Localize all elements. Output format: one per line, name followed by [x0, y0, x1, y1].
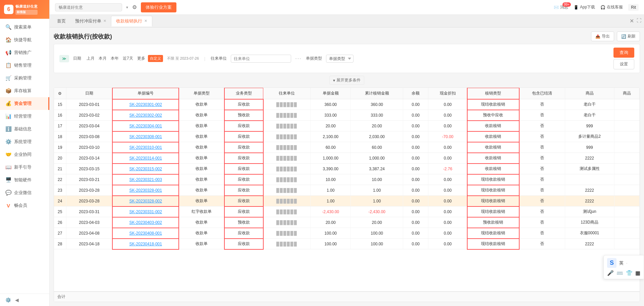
cell-voucher-no[interactable]: SK-20230418-001 — [112, 239, 179, 249]
last-7-days-button[interactable]: 近7天 — [121, 55, 135, 62]
topbar-chevron-icon[interactable]: ▾ — [126, 5, 128, 10]
collapse-icon[interactable]: ◀ — [15, 297, 19, 303]
th-product[interactable]: 商品 — [565, 88, 614, 99]
online-service-link[interactable]: 🎧 在线客服 — [600, 4, 623, 10]
table-header-row: ⚙ 日期 单据编号 单据类型 业务类型 往来单位 单据金额 累计核销金额 — [54, 88, 640, 99]
filter-settings-button[interactable]: 设置 — [613, 59, 634, 69]
tab-maximize-icon[interactable]: ⛶ — [637, 18, 641, 24]
cell-voucher-no[interactable]: SK-20230321-003 — [112, 174, 179, 185]
float-icons-row: 🎤 ⌨️ 👕 ▦ — [607, 270, 640, 276]
table-row: 172023-03-04SK-20230304-001收款单应收款██████2… — [54, 121, 640, 131]
cell-voucher-no[interactable]: SK-20230403-002 — [112, 217, 179, 228]
cell-voucher-no[interactable]: SK-20230310-001 — [112, 142, 179, 153]
counterpart-input[interactable] — [231, 55, 291, 63]
cell-balance: 0.00 — [403, 121, 428, 131]
th-biz-type[interactable]: 业务类型 — [224, 88, 263, 99]
data-table: ⚙ 日期 单据编号 单据类型 业务类型 往来单位 单据金额 累计核销金额 — [54, 88, 640, 249]
sidebar-item-member[interactable]: V 畅会员 — [0, 199, 49, 212]
solution-button[interactable]: 体验行业方案 — [141, 2, 176, 12]
cell-voucher-no[interactable]: SK-20230408-001 — [112, 228, 179, 239]
refresh-button[interactable]: 🔄 刷新 — [617, 32, 640, 41]
th-cancel-amount[interactable]: 累计核销金额 — [351, 88, 403, 99]
cell-balance: 0.00 — [403, 99, 428, 110]
cell-voucher-no[interactable]: SK-20230308-001 — [112, 131, 179, 142]
sidebar-item-marketing[interactable]: 📢 营销推广 — [0, 46, 49, 59]
cell-voucher-no[interactable]: SK-20230304-001 — [112, 121, 179, 131]
cell-counterpart: ██████ — [263, 153, 311, 164]
cell-voucher-no[interactable]: SK-20230302-002 — [112, 110, 179, 121]
th-settings[interactable]: ⚙ — [54, 88, 66, 99]
sidebar-item-hardware[interactable]: 🖥️ 智能硬件 — [0, 174, 49, 186]
url-input[interactable] — [55, 3, 122, 11]
sidebar-item-enterprise[interactable]: 🤝 企业协同 — [0, 148, 49, 161]
filter-divider: | — [204, 56, 205, 61]
filter-toggle-button[interactable]: ≫ — [59, 55, 69, 62]
sidebar-item-system[interactable]: ⚙️ 系统管理 — [0, 135, 49, 148]
sidebar-item-quick[interactable]: 🏠 快捷导航 — [0, 34, 49, 46]
th-date[interactable]: 日期 — [66, 88, 112, 99]
cell-voucher-no[interactable]: SK-20230328-002 — [112, 196, 179, 206]
sidebar-item-guide[interactable]: 📖 新手引导 — [0, 161, 49, 174]
th-counterpart[interactable]: 往来单位 — [263, 88, 311, 99]
sidebar-item-search[interactable]: 🔍 搜索菜单 — [0, 21, 49, 34]
cell-balance: 0.00 — [403, 174, 428, 185]
topbar-gear-icon[interactable]: ⚙ — [132, 4, 137, 10]
sidebar-item-basic[interactable]: ℹ️ 基础信息 — [0, 123, 49, 135]
tab-home[interactable]: 首页 — [52, 16, 70, 26]
grid-icon[interactable]: ▦ — [635, 270, 640, 276]
sidebar-item-operation[interactable]: 📊 经营管理 — [0, 110, 49, 123]
tab-receipt-close-icon[interactable]: ✕ — [144, 19, 147, 23]
sidebar-item-wechat[interactable]: 💬 企业微信 — [0, 186, 49, 199]
th-discount[interactable]: 现金折扣 — [428, 88, 467, 99]
filter-more-dots[interactable]: ··· — [295, 56, 302, 62]
cell-counterpart: ██████ — [263, 164, 311, 174]
th-voucher-no[interactable]: 单据编号 — [112, 88, 179, 99]
tab-close-all-icon[interactable]: ✕ — [630, 18, 634, 24]
th-include-settled[interactable]: 包含已结清 — [519, 88, 565, 99]
cell-voucher-no[interactable]: SK-20230314-001 — [112, 153, 179, 164]
this-month-button[interactable]: 本月 — [97, 55, 108, 62]
th-product2[interactable]: 商品 — [614, 88, 639, 99]
cell-discount: 0.00 — [428, 217, 467, 228]
cell-no: 19 — [54, 142, 66, 153]
user-name[interactable]: Rit — [628, 4, 639, 11]
sidebar-item-finance[interactable]: 💰 资金管理 — [0, 97, 49, 110]
shirt-icon[interactable]: 👕 — [626, 270, 633, 276]
cell-voucher-no[interactable]: SK-20230328-001 — [112, 185, 179, 196]
th-cancel-type[interactable]: 核销类型 — [467, 88, 520, 99]
voucher-type-select[interactable]: 单据类型 — [326, 55, 354, 63]
sidebar-item-inventory[interactable]: 📦 库存核算 — [0, 84, 49, 97]
cell-cancel-type: 现结收款核销 — [467, 206, 520, 217]
topbar-right: ✉️ 消息 99+ 📱 App下载 🎧 在线客服 Rit — [554, 4, 639, 11]
tab-receipt-exec[interactable]: 收款核销执行 ✕ — [111, 16, 152, 26]
cell-balance: 0.00 — [403, 239, 428, 249]
app-download-link[interactable]: 📱 App下载 — [574, 4, 595, 10]
sidebar-item-sales[interactable]: 📋 销售管理 — [0, 59, 49, 72]
expand-more-button[interactable]: ▾ 展开更多条件 — [329, 76, 364, 85]
keyboard-icon[interactable]: ⌨️ — [616, 270, 623, 276]
th-balance[interactable]: 余额 — [403, 88, 428, 99]
th-amount[interactable]: 单据金额 — [311, 88, 351, 99]
cell-voucher-no[interactable]: SK-20230315-002 — [112, 164, 179, 174]
message-button[interactable]: ✉️ 消息 99+ — [554, 4, 568, 10]
settings-icon[interactable]: ⚙️ — [5, 297, 11, 303]
tab-pre-receivable[interactable]: 预付冲应付单 ✕ — [70, 16, 111, 26]
cell-voucher-no[interactable]: SK-20230301-002 — [112, 99, 179, 110]
this-year-button[interactable]: 本年 — [109, 55, 120, 62]
cell-discount: 0.00 — [428, 153, 467, 164]
more-date-button[interactable]: 更多 — [136, 55, 147, 62]
custom-date-button[interactable]: 自定义 — [148, 55, 163, 62]
tab-pre-close-icon[interactable]: ✕ — [103, 19, 106, 23]
cell-voucher-type: 收款单 — [179, 164, 224, 174]
export-button[interactable]: 📤 导出 — [591, 32, 614, 41]
last-month-button[interactable]: 上月 — [85, 55, 96, 62]
query-button[interactable]: 查询 — [613, 48, 634, 58]
mic-icon[interactable]: 🎤 — [607, 270, 614, 276]
table-row: 192023-03-10SK-20230310-001收款单应收款██████6… — [54, 142, 640, 153]
table-scroll[interactable]: ⚙ 日期 单据编号 单据类型 业务类型 往来单位 单据金额 累计核销金额 — [54, 88, 640, 291]
th-voucher-type[interactable]: 单据类型 — [179, 88, 224, 99]
cell-biz-type: 应收款 — [224, 174, 263, 185]
cell-voucher-no[interactable]: SK-20230331-002 — [112, 206, 179, 217]
sidebar-item-purchase[interactable]: 🛒 采购管理 — [0, 72, 49, 84]
cell-include-settled: 否 — [519, 142, 565, 153]
